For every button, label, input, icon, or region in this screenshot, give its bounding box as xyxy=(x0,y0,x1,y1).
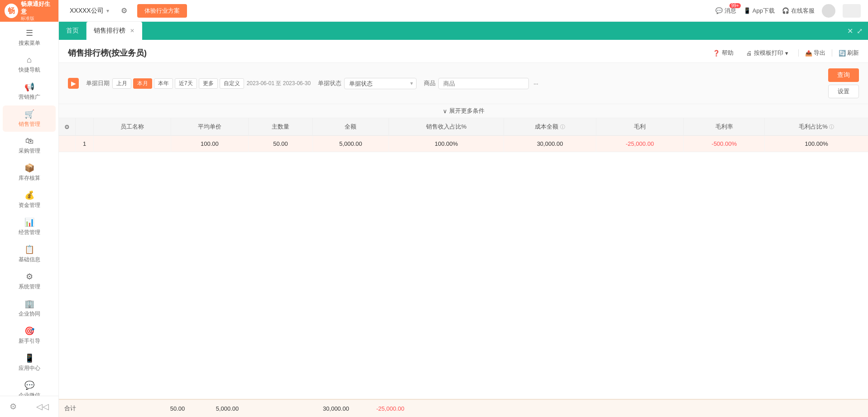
filter-expand-button[interactable]: ▶ xyxy=(68,78,79,89)
message-badge: 99+ xyxy=(729,3,741,8)
sidebar: 畅 畅康通好生意 标准版 ☰ 搜索菜单 ⌂ 快捷导航 📢 营销推广 🛒 销售管理… xyxy=(0,0,59,417)
finance-icon: 💰 xyxy=(24,190,34,200)
sidebar-settings-btn[interactable]: ⚙ xyxy=(8,400,19,413)
date-btn-custom[interactable]: 自定义 xyxy=(220,78,244,89)
system-icon: ⚙ xyxy=(26,272,33,282)
col-amount: 全额 xyxy=(313,118,389,136)
chevron-down-icon: ▾ xyxy=(106,8,109,14)
user-name-area[interactable] xyxy=(843,4,861,18)
sidebar-item-label: 库存核算 xyxy=(19,174,40,182)
sidebar-item-quick-nav[interactable]: ⌂ 快捷导航 xyxy=(3,52,56,77)
goods-input[interactable] xyxy=(438,78,529,89)
col-profit-pct: 毛利占比% ⓘ xyxy=(765,118,868,136)
col-qty: 主数量 xyxy=(248,118,312,136)
sales-icon: 🛒 xyxy=(24,109,34,119)
user-avatar[interactable] xyxy=(822,4,835,18)
sidebar-item-label: 应用中心 xyxy=(19,364,40,372)
sidebar-item-enterprise[interactable]: 🏢 企业协同 xyxy=(3,295,56,321)
date-btn-more[interactable]: 更多 xyxy=(199,78,218,89)
sidebar-item-guide[interactable]: 🎯 新手引导 xyxy=(3,322,56,349)
status-filter-group: 单据状态 单据状态 xyxy=(318,78,417,89)
divider2 xyxy=(832,49,832,57)
tab-expand-icon[interactable]: ⤢ xyxy=(857,27,863,35)
col-profit: 毛利 xyxy=(596,118,684,136)
inventory-icon: 📦 xyxy=(24,163,34,173)
status-select[interactable]: 单据状态 xyxy=(344,78,417,89)
date-btn-this-year[interactable]: 本年 xyxy=(154,78,173,89)
table-row: 1 100.00 50.00 5,000.00 100.00% 30,000.0… xyxy=(59,136,868,152)
company-selector[interactable]: XXXXX公司 ▾ xyxy=(66,5,113,17)
sidebar-logo: 畅 畅康通好生意 标准版 xyxy=(0,0,58,22)
footer-label: 合计 xyxy=(64,404,101,412)
settings-small-button[interactable]: 设置 xyxy=(828,85,859,98)
logo-badge: 标准版 xyxy=(21,15,54,21)
date-btn-this-month[interactable]: 本月 xyxy=(133,78,152,89)
col-name: 员工名称 xyxy=(94,118,171,136)
sidebar-item-wechat[interactable]: 💬 企业微信 xyxy=(3,377,56,396)
tab-close-window-icon[interactable]: ✕ xyxy=(847,27,853,35)
export-btn[interactable]: 📤 导出 xyxy=(805,49,825,57)
sidebar-item-search-order[interactable]: ☰ 搜索菜单 xyxy=(3,24,56,51)
sidebar-item-finance[interactable]: 💰 资金管理 xyxy=(3,187,56,213)
footer-data: 50.00 5,000.00 30,000.00 -25,000.00 xyxy=(101,405,863,412)
goods-filter-group: 商品 ··· xyxy=(424,78,540,89)
date-range-display: 2023-06-01 至 2023-06-30 xyxy=(247,80,311,87)
app-download-btn[interactable]: 📱 App下载 xyxy=(743,7,775,15)
expand-more-bar[interactable]: ∨ 展开更多条件 xyxy=(59,104,868,118)
cell-profit: -25,000.00 xyxy=(596,136,684,152)
table-header-row: ⚙ 员工名称 平均单价 主数量 全额 销售收入占比% 成本全额 ⓘ 毛利 毛利率… xyxy=(59,118,868,136)
refresh-btn[interactable]: 🔄 刷新 xyxy=(839,49,859,57)
date-quick-btns: 上月 本月 本年 近7天 更多 自定义 xyxy=(112,78,244,89)
template-print-btn[interactable]: 🖨 按模板打印 ▾ xyxy=(743,47,792,59)
tab-home[interactable]: 首页 xyxy=(59,22,86,40)
sidebar-item-sales-mgmt[interactable]: 🛒 销售管理 xyxy=(3,105,56,132)
sidebar-collapse-btn[interactable]: ◁◁ xyxy=(34,400,51,413)
online-service-btn[interactable]: 🎧 在线客服 xyxy=(782,7,815,15)
sidebar-item-apps[interactable]: 📱 应用中心 xyxy=(3,350,56,376)
sidebar-item-label: 营销推广 xyxy=(19,93,40,101)
col-rank xyxy=(76,118,94,136)
sidebar-item-operations[interactable]: 📊 经营管理 xyxy=(3,214,56,240)
sidebar-item-system[interactable]: ⚙ 系统管理 xyxy=(3,268,56,294)
sidebar-item-purchase-mgmt[interactable]: 🛍 采购管理 xyxy=(3,133,56,158)
tab-home-label: 首页 xyxy=(66,27,79,35)
app-icon: 📱 xyxy=(743,7,751,14)
col-cost: 成本全额 ⓘ xyxy=(504,118,596,136)
cell-settings xyxy=(59,136,76,152)
col-settings[interactable]: ⚙ xyxy=(59,118,76,136)
message-btn[interactable]: 💬 消息 99+ xyxy=(715,7,736,15)
sidebar-menu: ☰ 搜索菜单 ⌂ 快捷导航 📢 营销推广 🛒 销售管理 🛍 采购管理 📦 库存核… xyxy=(0,22,58,396)
header-settings-btn[interactable]: ⚙ xyxy=(117,4,131,18)
query-area: 查询 设置 xyxy=(828,68,859,98)
sidebar-item-label: 销售管理 xyxy=(19,120,40,128)
sidebar-item-inventory[interactable]: 📦 库存核算 xyxy=(3,159,56,186)
main-content: XXXXX公司 ▾ ⚙ 体验行业方案 💬 消息 99+ 📱 App下载 🎧 在线… xyxy=(59,0,868,417)
trial-button[interactable]: 体验行业方案 xyxy=(137,4,187,18)
date-btn-last-month[interactable]: 上月 xyxy=(112,78,131,89)
footer-profit: -25,000.00 xyxy=(363,405,417,412)
sidebar-item-marketing[interactable]: 📢 营销推广 xyxy=(3,78,56,105)
top-header: XXXXX公司 ▾ ⚙ 体验行业方案 💬 消息 99+ 📱 App下载 🎧 在线… xyxy=(59,0,868,22)
sidebar-item-label: 经营管理 xyxy=(19,229,40,236)
expand-more-icon: ∨ xyxy=(443,108,447,115)
footer-cost: 30,000.00 xyxy=(309,405,363,412)
online-service-label: 在线客服 xyxy=(791,7,815,15)
filter-more-icon[interactable]: ··· xyxy=(532,79,540,88)
date-btn-7days[interactable]: 近7天 xyxy=(175,78,197,89)
col-sales-pct: 销售收入占比% xyxy=(388,118,504,136)
table-footer: 合计 50.00 5,000.00 30,000.00 -25,000.00 xyxy=(59,399,868,417)
page-header: 销售排行榜(按业务员) ❓ 帮助 🖨 按模板打印 ▾ 📤 导出 xyxy=(59,40,868,63)
sidebar-item-basics[interactable]: 📋 基础信息 xyxy=(3,241,56,267)
company-name: XXXXX公司 xyxy=(70,7,104,15)
tab-bar-actions: ✕ ⤢ xyxy=(842,27,868,35)
tab-sales-ranking[interactable]: 销售排行榜 ✕ xyxy=(86,22,142,40)
cell-amount: 5,000.00 xyxy=(313,136,389,152)
footer-amount: 5,000.00 xyxy=(200,405,254,412)
data-table: ⚙ 员工名称 平均单价 主数量 全额 销售收入占比% 成本全额 ⓘ 毛利 毛利率… xyxy=(59,118,868,152)
col-profit-rate: 毛利率 xyxy=(684,118,765,136)
chevron-down-icon: ▾ xyxy=(785,50,788,57)
query-button[interactable]: 查询 xyxy=(828,68,859,82)
help-btn[interactable]: ❓ 帮助 xyxy=(709,47,737,59)
sidebar-item-label: 采购管理 xyxy=(19,147,40,155)
close-icon[interactable]: ✕ xyxy=(130,28,134,34)
